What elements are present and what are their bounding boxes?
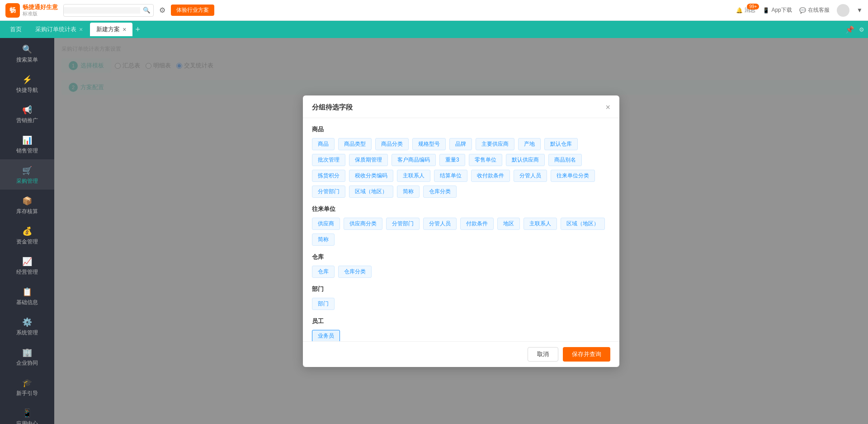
modal-close-button[interactable]: × xyxy=(605,103,610,112)
chip-product-type[interactable]: 商品类型 xyxy=(338,138,372,150)
settings-button[interactable]: ⚙ xyxy=(157,4,167,16)
chip-warehouse-cat[interactable]: 仓库分类 xyxy=(338,266,372,278)
chip-department[interactable]: 部门 xyxy=(312,298,335,310)
department-chips: 部门 xyxy=(312,298,610,310)
sidebar-item-guide[interactable]: 🎓 新手引导 xyxy=(0,372,54,402)
chip-batch-mgmt[interactable]: 批次管理 xyxy=(312,154,345,166)
modal-overlay: 分组待选字段 × 商品 商品 商品类型 商品分类 规格型号 品牌 主要供应商 xyxy=(54,38,868,424)
notification-item[interactable]: 🔔 消息 99+ xyxy=(736,6,755,14)
tab-new-plan[interactable]: 新建方案 × xyxy=(90,23,132,36)
sidebar-item-purchase[interactable]: 🛒 采购管理 xyxy=(0,159,54,190)
chip-default-supplier[interactable]: 默认供应商 xyxy=(506,154,545,166)
main-layout: 🔍 搜索菜单 ⚡ 快捷导航 📢 营销推广 📊 销售管理 🛒 采购管理 📦 库存核… xyxy=(0,38,868,424)
modal-body[interactable]: 商品 商品 商品类型 商品分类 规格型号 品牌 主要供应商 产地 默认仓库 批次… xyxy=(303,118,619,341)
chip-brand[interactable]: 品牌 xyxy=(449,138,472,150)
app-center-icon: 📱 xyxy=(22,408,32,418)
chip-settlement-unit[interactable]: 结算单位 xyxy=(434,170,467,182)
chip-payment-terms[interactable]: 收付款条件 xyxy=(471,170,510,182)
section-product: 商品 商品 商品类型 商品分类 规格型号 品牌 主要供应商 产地 默认仓库 批次… xyxy=(312,125,610,198)
chip-supervisor-dept[interactable]: 分管部门 xyxy=(312,186,345,198)
tab-pin-icon[interactable]: 📌 xyxy=(845,25,854,34)
save-button[interactable]: 保存并查询 xyxy=(563,347,610,362)
field-select-modal: 分组待选字段 × 商品 商品 商品类型 商品分类 规格型号 品牌 主要供应商 xyxy=(303,95,619,367)
sidebar-item-basic-info[interactable]: 📋 基础信息 xyxy=(0,281,54,311)
trial-button[interactable]: 体验行业方案 xyxy=(171,5,214,16)
top-header: 畅 畅捷通好生意 标准版 🔍 ⚙ 体验行业方案 🔔 消息 99+ 📱 App下载… xyxy=(0,0,868,21)
sidebar-item-quick-nav[interactable]: ⚡ 快捷导航 xyxy=(0,68,54,99)
purchase-icon: 🛒 xyxy=(22,166,32,176)
guide-icon: 🎓 xyxy=(22,378,32,388)
sidebar-item-operations[interactable]: 📈 经营管理 xyxy=(0,250,54,281)
sidebar-item-enterprise[interactable]: 🏢 企业协同 xyxy=(0,341,54,372)
chip-partner-region[interactable]: 区域（地区） xyxy=(561,218,605,230)
sidebar-item-marketing[interactable]: 📢 营销推广 xyxy=(0,99,54,129)
chip-weight[interactable]: 重量3 xyxy=(439,154,465,166)
search-input[interactable] xyxy=(64,7,140,14)
chip-default-warehouse[interactable]: 默认仓库 xyxy=(544,138,578,150)
modal-footer: 取消 保存并查询 xyxy=(303,341,619,367)
product-chips: 商品 商品类型 商品分类 规格型号 品牌 主要供应商 产地 默认仓库 批次管理 … xyxy=(312,138,610,198)
sidebar-item-system-label: 系统管理 xyxy=(16,329,38,337)
sidebar: 🔍 搜索菜单 ⚡ 快捷导航 📢 营销推广 📊 销售管理 🛒 采购管理 📦 库存核… xyxy=(0,38,54,424)
sidebar-item-finance[interactable]: 💰 资金管理 xyxy=(0,220,54,250)
chip-short-name[interactable]: 简称 xyxy=(397,186,420,198)
sidebar-item-search-menu[interactable]: 🔍 搜索菜单 xyxy=(0,38,54,68)
quick-nav-icon: ⚡ xyxy=(22,75,32,85)
chip-partner-dept[interactable]: 分管部门 xyxy=(386,218,420,230)
service-item[interactable]: 💬 在线客服 xyxy=(799,6,830,14)
chip-partner-short-name[interactable]: 简称 xyxy=(312,233,335,246)
chip-partner-contact[interactable]: 主联系人 xyxy=(524,218,557,230)
chip-warehouse[interactable]: 仓库 xyxy=(312,266,335,278)
chip-supervisor[interactable]: 分管人员 xyxy=(514,170,547,182)
chip-warehouse-category[interactable]: 仓库分类 xyxy=(423,186,457,198)
tab-home-label: 首页 xyxy=(10,25,22,33)
sidebar-item-marketing-label: 营销推广 xyxy=(16,117,38,124)
chip-product[interactable]: 商品 xyxy=(312,138,335,150)
chip-pick-points[interactable]: 拣货积分 xyxy=(312,170,345,182)
chip-origin[interactable]: 产地 xyxy=(518,138,541,150)
chip-spec-model[interactable]: 规格型号 xyxy=(412,138,446,150)
sidebar-item-app-center[interactable]: 📱 应用中心 xyxy=(0,402,54,424)
chip-supplier[interactable]: 供应商 xyxy=(312,218,340,230)
chip-payment-cond[interactable]: 付款条件 xyxy=(460,218,494,230)
sidebar-item-inventory-label: 库存核算 xyxy=(16,208,38,215)
sidebar-item-operations-label: 经营管理 xyxy=(16,268,38,276)
sidebar-item-inventory[interactable]: 📦 库存核算 xyxy=(0,190,54,220)
chip-partner-supervisor[interactable]: 分管人员 xyxy=(423,218,457,230)
tab-new-plan-close-icon[interactable]: × xyxy=(123,26,126,33)
tab-add-button[interactable]: + xyxy=(135,25,140,34)
tab-bar: 首页 采购订单统计表 × 新建方案 × + 📌 ⚙ xyxy=(0,21,868,38)
download-item[interactable]: 📱 App下载 xyxy=(763,6,792,14)
search-button[interactable]: 🔍 xyxy=(140,7,153,14)
operations-icon: 📈 xyxy=(22,257,32,267)
search-bar[interactable]: 🔍 xyxy=(63,4,154,17)
tab-purchase-close-icon[interactable]: × xyxy=(79,26,83,33)
staff-chips: 业务员 xyxy=(312,330,610,341)
user-menu-button[interactable]: ▼ xyxy=(857,7,863,14)
sidebar-item-sales-label: 销售管理 xyxy=(16,147,38,155)
chip-main-supplier[interactable]: 主要供应商 xyxy=(476,138,514,150)
chip-tax-code[interactable]: 税收分类编码 xyxy=(349,170,393,182)
sidebar-item-sales[interactable]: 📊 销售管理 xyxy=(0,129,54,159)
chip-main-contact[interactable]: 主联系人 xyxy=(397,170,430,182)
chip-supplier-category[interactable]: 供应商分类 xyxy=(344,218,382,230)
basic-info-icon: 📋 xyxy=(22,287,32,297)
chip-salesperson[interactable]: 业务员 xyxy=(312,330,340,341)
cancel-button[interactable]: 取消 xyxy=(528,347,558,362)
tab-home[interactable]: 首页 xyxy=(4,23,28,36)
warehouse-chips: 仓库 仓库分类 xyxy=(312,266,610,278)
avatar[interactable] xyxy=(837,4,849,17)
chip-partner-category[interactable]: 往来单位分类 xyxy=(551,170,595,182)
chip-region[interactable]: 区域（地区） xyxy=(349,186,393,198)
chip-retail-unit[interactable]: 零售单位 xyxy=(469,154,502,166)
sidebar-item-system[interactable]: ⚙️ 系统管理 xyxy=(0,311,54,341)
chip-customer-code[interactable]: 客户商品编码 xyxy=(392,154,436,166)
chip-area[interactable]: 地区 xyxy=(497,218,520,230)
chip-product-category[interactable]: 商品分类 xyxy=(375,138,409,150)
tab-settings-icon[interactable]: ⚙ xyxy=(859,26,864,33)
chip-shelf-life[interactable]: 保质期管理 xyxy=(349,154,388,166)
chip-product-alias[interactable]: 商品别名 xyxy=(548,154,582,166)
tab-purchase-stats[interactable]: 采购订单统计表 × xyxy=(29,23,89,36)
logo-icon: 畅 xyxy=(5,3,20,18)
section-staff-title: 员工 xyxy=(312,317,610,325)
